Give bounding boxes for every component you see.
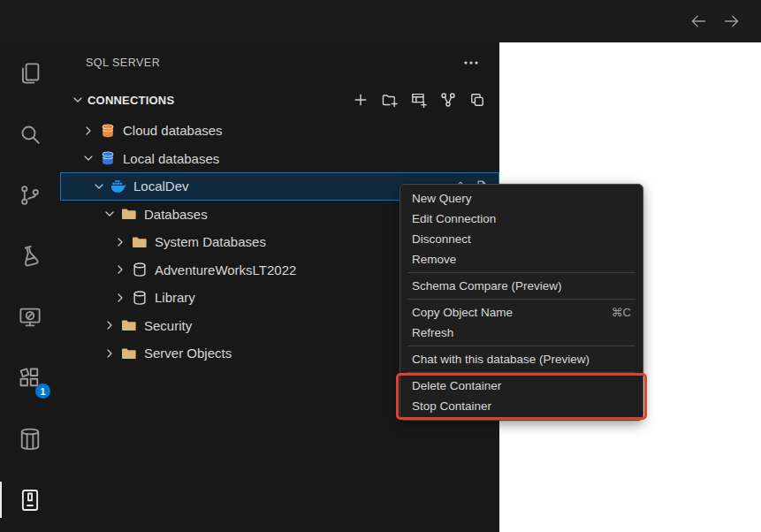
- activity-bar-item-extensions[interactable]: 1: [0, 347, 60, 408]
- chevron-down-icon[interactable]: [92, 179, 106, 194]
- sidebar-title: SQL SERVER: [86, 57, 160, 69]
- menu-item-refresh[interactable]: Refresh: [400, 323, 643, 343]
- menu-item-label: Chat with this database (Preview): [412, 353, 590, 366]
- chevron-down-icon[interactable]: [71, 93, 85, 107]
- activity-bar-item-search[interactable]: [0, 103, 60, 164]
- chevron-right-icon[interactable]: [103, 346, 117, 361]
- connect-to-server-button[interactable]: [440, 92, 456, 108]
- db-gray-icon: [132, 262, 148, 277]
- menu-item-chat-with-this-database-preview[interactable]: Chat with this database (Preview): [400, 349, 643, 369]
- menu-item-label: Disconnect: [412, 232, 471, 246]
- search-icon: [17, 121, 43, 148]
- tree-item-label: Local databases: [123, 151, 219, 166]
- tree-item-label: AdventureWorksLT2022: [155, 262, 296, 277]
- menu-separator: [407, 372, 635, 373]
- context-menu: New QueryEdit ConnectionDisconnectRemove…: [400, 184, 643, 421]
- tree-item-label: Databases: [144, 207, 208, 222]
- chevron-right-icon[interactable]: [113, 262, 127, 277]
- connections-toolbar: [353, 92, 485, 108]
- source-control-icon: [17, 182, 43, 209]
- menu-separator: [407, 346, 635, 346]
- barrel-icon: [17, 426, 43, 452]
- menu-item-label: Delete Container: [412, 379, 501, 392]
- folder-icon: [121, 206, 137, 222]
- menu-item-new-query[interactable]: New Query: [400, 188, 643, 209]
- tree-item-label: System Databases: [155, 234, 266, 249]
- menu-item-label: Schema Compare (Preview): [412, 279, 562, 293]
- add-connection-button[interactable]: [353, 92, 369, 108]
- chevron-right-icon[interactable]: [113, 235, 127, 249]
- tree-item-label: Library: [155, 290, 195, 305]
- tree-item-label: Security: [144, 318, 192, 333]
- more-actions-icon[interactable]: [462, 54, 480, 72]
- folder-icon: [132, 234, 148, 250]
- chevron-right-icon[interactable]: [103, 318, 117, 332]
- docker-icon: [110, 179, 126, 194]
- connections-section-label: CONNECTIONS: [88, 94, 174, 107]
- menu-item-schema-compare-preview[interactable]: Schema Compare (Preview): [400, 276, 643, 296]
- sql-server-icon: [17, 487, 43, 513]
- menu-item-label: Refresh: [412, 326, 453, 339]
- db-gray-icon: [132, 290, 148, 306]
- chevron-right-icon[interactable]: [81, 124, 95, 138]
- menu-item-edit-connection[interactable]: Edit Connection: [400, 209, 643, 229]
- menu-item-label: New Query: [412, 192, 472, 205]
- history-forward-button[interactable]: [722, 11, 742, 31]
- tree-item-cloud-databases[interactable]: Cloud databases: [60, 117, 499, 145]
- menu-item-label: Remove: [412, 253, 456, 266]
- menu-item-shortcut: ⌘C: [612, 306, 631, 319]
- db-blue-icon: [100, 150, 116, 166]
- menu-item-copy-object-name[interactable]: Copy Object Name⌘C: [400, 302, 643, 323]
- activity-bar-item-sql-server[interactable]: [0, 469, 60, 530]
- notification-badge: 1: [35, 384, 50, 399]
- menu-separator: [407, 272, 635, 273]
- new-deployment-button[interactable]: [411, 92, 427, 108]
- tree-item-label: Server Objects: [144, 346, 232, 361]
- db-orange-icon: [100, 123, 116, 139]
- monitor-slash-icon: [17, 304, 43, 331]
- menu-item-delete-container[interactable]: Delete Container: [400, 376, 643, 396]
- menu-item-label: Edit Connection: [412, 212, 496, 225]
- tree-item-local-databases[interactable]: Local databases: [60, 145, 499, 173]
- activity-bar-item-containers[interactable]: [0, 408, 60, 469]
- title-bar: [0, 0, 761, 42]
- tree-item-label: Cloud databases: [123, 123, 223, 138]
- sidebar-header: SQL SERVER: [60, 42, 499, 83]
- tree-item-label: LocalDev: [133, 179, 189, 194]
- chevron-down-icon[interactable]: [81, 151, 95, 165]
- menu-item-stop-container[interactable]: Stop Container: [400, 396, 643, 416]
- duplicate-connection-button[interactable]: [469, 92, 485, 108]
- files-icon: [17, 60, 43, 87]
- connections-section-header[interactable]: CONNECTIONS: [60, 83, 499, 117]
- new-connection-group-button[interactable]: [382, 92, 398, 108]
- activity-bar-item-source-control[interactable]: [0, 164, 60, 225]
- menu-separator: [407, 299, 635, 300]
- menu-item-disconnect[interactable]: Disconnect: [400, 229, 643, 249]
- beaker-icon: [17, 243, 43, 270]
- activity-bar-item-testing[interactable]: [0, 225, 60, 286]
- activity-bar: 1: [0, 42, 60, 532]
- chevron-right-icon[interactable]: [113, 291, 127, 305]
- chevron-down-icon[interactable]: [103, 207, 117, 221]
- activity-bar-item-explorer[interactable]: [0, 42, 60, 103]
- menu-item-label: Copy Object Name: [412, 306, 513, 319]
- folder-icon: [121, 346, 137, 361]
- menu-item-remove[interactable]: Remove: [400, 249, 643, 270]
- folder-icon: [121, 317, 137, 333]
- activity-bar-item-remote-explorer[interactable]: [0, 286, 60, 347]
- menu-item-label: Stop Container: [412, 399, 491, 413]
- history-back-button[interactable]: [689, 11, 708, 31]
